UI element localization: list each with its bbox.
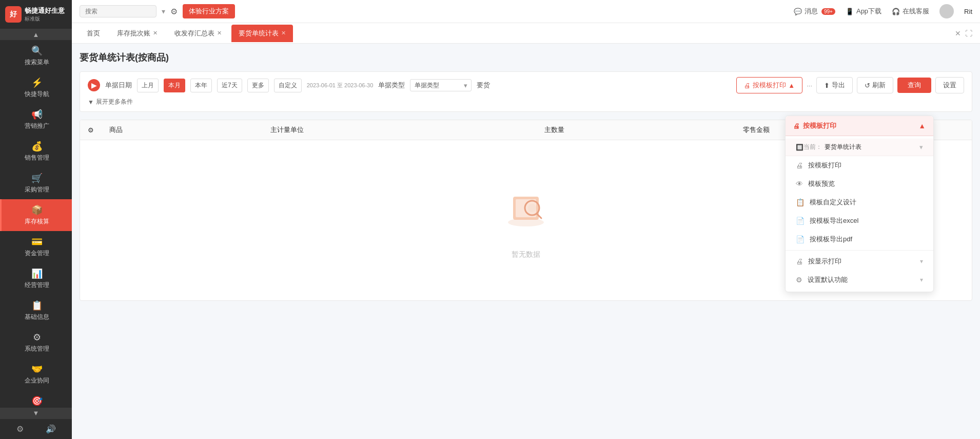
online-service-group[interactable]: 🎧 在线客服 xyxy=(892,7,929,16)
dropdown-item-template-print[interactable]: 🖨 按模板打印 xyxy=(786,156,933,175)
basic-icon: 📋 xyxy=(31,300,43,311)
filter-date-label: 单据日期 xyxy=(105,81,132,90)
finance-icon: 💳 xyxy=(31,236,43,247)
sidebar-scroll-down[interactable]: ▼ xyxy=(0,408,72,418)
dropdown-item-template-pdf[interactable]: 📄 按模板导出pdf xyxy=(786,230,933,249)
tab-home[interactable]: 首页 xyxy=(80,25,107,42)
print-dropdown-title-text: 按模板打印 xyxy=(803,121,836,130)
app-download-group[interactable]: 📱 App下载 xyxy=(846,7,881,16)
window-close-icon[interactable]: ✕ xyxy=(955,29,961,37)
settings-btn[interactable]: 设置 xyxy=(935,77,964,93)
sidebar-item-label: 销售管理 xyxy=(25,154,49,162)
user-avatar[interactable] xyxy=(939,4,954,18)
sidebar-item-inventory[interactable]: 📦 库存核算 xyxy=(0,199,72,231)
tab-order-summary-close[interactable]: ✕ xyxy=(281,30,286,36)
sidebar-item-sales[interactable]: 💰 销售管理 xyxy=(0,136,72,167)
dropdown-item-template-excel[interactable]: 📄 按模板导出excel xyxy=(786,212,933,230)
print-dropdown-close-icon[interactable]: ▲ xyxy=(918,122,926,130)
more-options-icon[interactable]: ··· xyxy=(807,82,812,89)
dropdown-item-set-default[interactable]: ⚙ 设置默认功能 ▾ xyxy=(786,271,933,289)
tab-inventory-batch-close[interactable]: ✕ xyxy=(153,30,158,36)
query-btn[interactable]: 查询 xyxy=(897,78,931,93)
sidebar-item-quick-nav[interactable]: ⚡ 快捷导航 xyxy=(0,72,72,104)
marketing-icon: 📢 xyxy=(31,109,43,120)
svg-point-5 xyxy=(528,204,536,212)
current-template-icon: 🔲 xyxy=(796,144,803,151)
print-dropdown-title: 🖨 按模板打印 xyxy=(793,121,836,130)
sidebar: 好 畅捷通好生意 标准版 ▲ 🔍 搜索菜单 ⚡ 快捷导航 📢 营销推广 💰 销售… xyxy=(0,0,72,439)
footer-settings-icon[interactable]: ⚙ xyxy=(16,424,24,434)
display-print-arrow: ▾ xyxy=(920,258,923,265)
empty-illustration xyxy=(500,181,552,233)
template-preview-icon: 👁 xyxy=(796,180,803,188)
filter-row-1: ▶ 单据日期 上月 本月 本年 近7天 更多 自定义 2023-06-01 至 … xyxy=(88,77,964,93)
dropdown-item-template-preview[interactable]: 👁 模板预览 xyxy=(786,175,933,193)
refresh-icon: ↺ xyxy=(865,82,870,89)
dropdown-item-display-print[interactable]: 🖨 按显示打印 ▾ xyxy=(786,252,933,271)
type-select[interactable]: 单据类型 xyxy=(410,79,472,91)
date-btn-this-year[interactable]: 本年 xyxy=(190,79,212,92)
tab-receipt-summary-close[interactable]: ✕ xyxy=(217,30,222,36)
export-label: 导出 xyxy=(832,81,845,90)
sidebar-footer: ⚙ 🔊 xyxy=(0,418,72,439)
date-btn-more[interactable]: 更多 xyxy=(247,79,269,92)
printer-icon: 🖨 xyxy=(744,82,751,89)
sidebar-item-label: 企业协同 xyxy=(25,376,49,385)
topbar-dropdown-icon[interactable]: ▾ xyxy=(162,7,165,15)
sidebar-item-search-menu[interactable]: 🔍 搜索菜单 xyxy=(0,40,72,72)
sidebar-item-label: 经营管理 xyxy=(25,281,49,290)
sidebar-scroll-up[interactable]: ▲ xyxy=(0,29,72,40)
date-btn-7days[interactable]: 近7天 xyxy=(217,79,242,92)
date-btn-last-month[interactable]: 上月 xyxy=(137,79,159,92)
page-title: 要货单统计表(按商品) xyxy=(80,51,972,64)
window-expand-icon[interactable]: ⛶ xyxy=(965,29,972,37)
newbie-icon: 🎯 xyxy=(31,395,43,407)
filter-type-label: 单据类型 xyxy=(378,81,405,90)
experience-btn[interactable]: 体验行业方案 xyxy=(183,4,235,18)
print-dropdown-header[interactable]: 🖨 按模板打印 ▲ xyxy=(786,116,933,136)
empty-text: 暂无数据 xyxy=(512,250,540,259)
sidebar-item-operation[interactable]: 📊 经营管理 xyxy=(0,263,72,295)
refresh-btn[interactable]: ↺ 刷新 xyxy=(857,77,893,93)
sidebar-item-cooperation[interactable]: 🤝 企业协同 xyxy=(0,358,72,390)
template-preview-label: 模板预览 xyxy=(808,179,835,188)
purchase-icon: 🛒 xyxy=(31,173,43,184)
messages-group[interactable]: 💬 消息 99+ xyxy=(794,7,835,16)
tab-inventory-batch[interactable]: 库存批次账 ✕ xyxy=(110,25,165,42)
tab-receipt-summary[interactable]: 收发存汇总表 ✕ xyxy=(167,25,229,42)
template-custom-label: 模板自定义设计 xyxy=(810,198,856,207)
messages-label: 消息 xyxy=(805,7,818,16)
tab-order-summary[interactable]: 要货单统计表 ✕ xyxy=(231,25,293,42)
topbar-right: 💬 消息 99+ 📱 App下载 🎧 在线客服 Rit xyxy=(794,4,972,18)
template-print-label: 按模板打印 xyxy=(808,161,841,170)
topbar-search-input[interactable] xyxy=(80,5,156,17)
sidebar-item-finance[interactable]: 💳 资金管理 xyxy=(0,231,72,263)
print-dropdown-body: 🔲 当前： 要货单统计表 ▾ 🖨 按模板打印 👁 模板预览 📋 模板自定义设计 xyxy=(786,136,933,292)
display-print-icon: 🖨 xyxy=(796,257,803,265)
online-service-label: 在线客服 xyxy=(903,7,929,16)
app-download-icon: 📱 xyxy=(846,8,854,15)
sidebar-item-system[interactable]: ⚙ 系统管理 xyxy=(0,327,72,358)
empty-icon xyxy=(500,181,552,242)
print-btn[interactable]: 🖨 按模板打印 ▲ xyxy=(736,77,802,93)
print-btn-chevron-icon: ▲ xyxy=(788,82,795,89)
sidebar-item-newbie[interactable]: 🎯 新手引导 xyxy=(0,390,72,408)
date-btn-custom[interactable]: 自定义 xyxy=(274,79,302,92)
app-logo: 好 畅捷通好生意 标准版 xyxy=(0,0,72,29)
topbar-gear-icon[interactable]: ⚙ xyxy=(170,7,178,16)
footer-audio-icon[interactable]: 🔊 xyxy=(46,424,56,434)
sidebar-item-basic[interactable]: 📋 基础信息 xyxy=(0,295,72,327)
sidebar-nav: 🔍 搜索菜单 ⚡ 快捷导航 📢 营销推广 💰 销售管理 🛒 采购管理 📦 库存核… xyxy=(0,40,72,408)
date-btn-this-month[interactable]: 本月 xyxy=(164,79,185,92)
sidebar-item-purchase[interactable]: 🛒 采购管理 xyxy=(0,167,72,199)
col-settings[interactable]: ⚙ xyxy=(80,120,102,140)
tab-home-label: 首页 xyxy=(87,29,100,38)
message-icon: 💬 xyxy=(794,8,802,15)
sidebar-item-marketing[interactable]: 📢 营销推广 xyxy=(0,104,72,136)
refresh-label: 刷新 xyxy=(872,81,886,90)
filter-expand-btn[interactable]: ▶ xyxy=(88,79,100,91)
export-btn[interactable]: ⬆ 导出 xyxy=(816,77,853,93)
expand-more-btn[interactable]: ▼ 展开更多条件 xyxy=(88,98,133,106)
dropdown-item-template-custom[interactable]: 📋 模板自定义设计 xyxy=(786,193,933,212)
operation-icon: 📊 xyxy=(31,268,43,279)
